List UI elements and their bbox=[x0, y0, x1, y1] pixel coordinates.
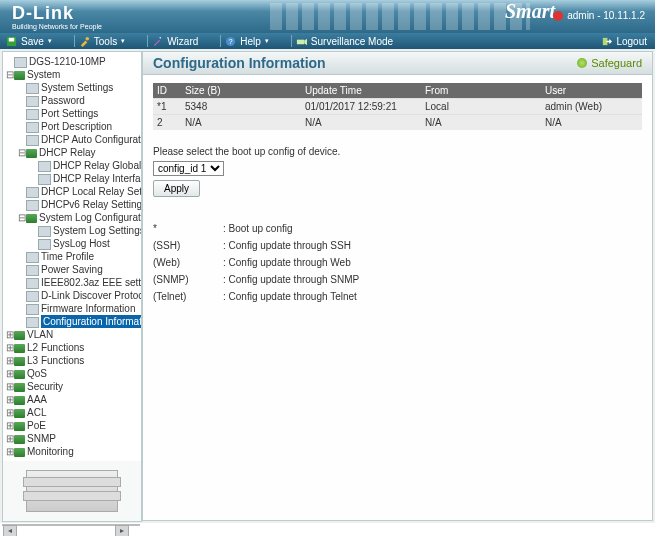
menu-save[interactable]: Save▾ bbox=[6, 36, 52, 47]
svg-point-2 bbox=[85, 36, 89, 40]
scroll-right-icon[interactable]: ▸ bbox=[115, 525, 129, 536]
menu-help[interactable]: ? Help▾ bbox=[225, 36, 269, 47]
help-icon: ? bbox=[225, 36, 236, 47]
top-banner: D-Link Building Networks for People Smar… bbox=[0, 0, 655, 33]
page-titlebar: Configuration Information Safeguard bbox=[143, 52, 652, 75]
logout-icon bbox=[601, 36, 612, 47]
menu-tools[interactable]: Tools▾ bbox=[79, 36, 125, 47]
table-row[interactable]: 2N/AN/AN/AN/A bbox=[153, 115, 642, 131]
scroll-left-icon[interactable]: ◂ bbox=[3, 525, 17, 536]
camera-icon bbox=[296, 36, 307, 47]
apply-button[interactable]: Apply bbox=[153, 180, 200, 197]
device-icon bbox=[14, 57, 27, 68]
legend: *Boot up config (SSH)Config update throu… bbox=[153, 223, 642, 302]
folder-icon bbox=[14, 71, 25, 80]
sidebar-hscroll[interactable]: ◂▸ bbox=[2, 524, 140, 526]
svg-rect-1 bbox=[9, 37, 15, 41]
safeguard-badge: Safeguard bbox=[577, 57, 642, 69]
smart-label: Smart bbox=[505, 0, 555, 23]
sidebar: DGS-1210-10MP ⊟System System Settings Pa… bbox=[0, 49, 142, 523]
user-info: admin - 10.11.1.2 bbox=[553, 10, 645, 21]
main-layout: DGS-1210-10MP ⊟System System Settings Pa… bbox=[0, 49, 655, 523]
device-preview bbox=[3, 461, 141, 521]
disk-icon bbox=[6, 36, 17, 47]
tools-icon bbox=[79, 36, 90, 47]
menu-bar: Save▾ Tools▾ Wizard ? Help▾ Surveillance… bbox=[0, 33, 655, 49]
tree-device[interactable]: DGS-1210-10MP bbox=[29, 56, 106, 67]
table-row[interactable]: *1534801/01/2017 12:59:21Localadmin (Web… bbox=[153, 99, 642, 115]
wizard-icon bbox=[152, 36, 163, 47]
menu-logout[interactable]: Logout bbox=[601, 33, 647, 49]
page-content: IDSize (B)Update TimeFromUser *1534801/0… bbox=[143, 75, 652, 520]
instruction-text: Please select the boot up config of devi… bbox=[153, 146, 642, 157]
menu-surveillance[interactable]: Surveillance Mode bbox=[296, 36, 393, 47]
svg-text:?: ? bbox=[229, 37, 233, 46]
page-title: Configuration Information bbox=[153, 55, 326, 71]
config-select[interactable]: config_id 1 bbox=[153, 161, 224, 176]
main-panel: Configuration Information Safeguard IDSi… bbox=[142, 51, 653, 521]
config-table: IDSize (B)Update TimeFromUser *1534801/0… bbox=[153, 83, 642, 130]
table-header-row: IDSize (B)Update TimeFromUser bbox=[153, 83, 642, 99]
nav-tree[interactable]: DGS-1210-10MP ⊟System System Settings Pa… bbox=[3, 52, 141, 461]
svg-rect-5 bbox=[297, 39, 304, 44]
menu-wizard[interactable]: Wizard bbox=[152, 36, 198, 47]
tree-system[interactable]: System bbox=[27, 69, 60, 80]
tree-selected[interactable]: Configuration Information bbox=[41, 315, 141, 328]
brand-logo: D-Link Building Networks for People bbox=[12, 3, 102, 30]
